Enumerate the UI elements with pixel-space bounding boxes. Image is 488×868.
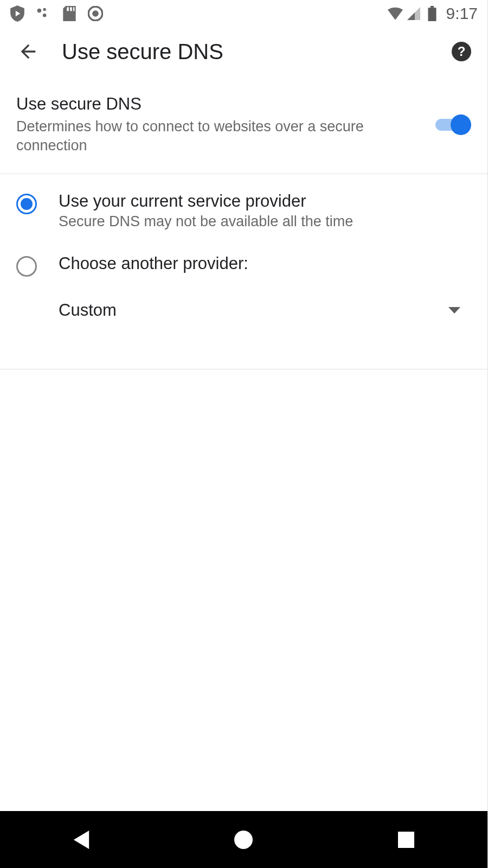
svg-point-7	[92, 10, 99, 17]
svg-point-0	[37, 9, 42, 13]
secure-dns-toggle-row: Use secure DNS Determines how to connect…	[0, 76, 487, 174]
setting-subtitle: Determines how to connect to websites ov…	[16, 117, 414, 155]
back-button[interactable]	[16, 40, 40, 63]
navigation-bar	[0, 811, 487, 868]
nav-back-button[interactable]	[68, 826, 95, 853]
signal-icon	[406, 6, 421, 21]
nav-recent-button[interactable]	[393, 826, 420, 853]
radio-current-provider[interactable]	[16, 194, 37, 214]
status-right-icons: 9:17	[388, 4, 478, 23]
battery-icon	[425, 6, 440, 21]
page-title: Use secure DNS	[62, 40, 430, 64]
svg-rect-3	[67, 7, 69, 11]
svg-rect-4	[70, 7, 72, 11]
dropdown-value: Custom	[59, 301, 117, 320]
play-protect-icon	[10, 6, 25, 21]
sd-card-icon	[62, 6, 77, 21]
svg-point-1	[43, 8, 46, 11]
provider-dropdown[interactable]: Custom	[0, 289, 487, 363]
option-current-provider[interactable]: Use your current service provider Secure…	[0, 180, 487, 242]
option-text: Choose another provider:	[59, 254, 471, 276]
svg-point-10	[234, 831, 253, 849]
svg-rect-5	[73, 7, 74, 11]
assistant-icon	[36, 6, 51, 21]
status-bar: 9:17	[0, 0, 487, 27]
wifi-icon	[388, 6, 403, 21]
nav-home-button[interactable]	[230, 826, 257, 853]
option-text: Use your current service provider Secure…	[59, 192, 471, 230]
status-left-icons	[10, 6, 103, 21]
setting-text: Use secure DNS Determines how to connect…	[16, 94, 435, 155]
option-choose-another[interactable]: Choose another provider:	[0, 242, 487, 289]
setting-title: Use secure DNS	[16, 94, 414, 114]
chevron-down-icon	[448, 307, 460, 314]
radio-inner	[21, 198, 33, 210]
status-time: 9:17	[446, 4, 478, 23]
provider-options: Use your current service provider Secure…	[0, 174, 487, 369]
radio-choose-another[interactable]	[16, 256, 37, 277]
svg-rect-11	[398, 832, 414, 848]
option-title: Use your current service provider	[59, 192, 471, 211]
option-title: Choose another provider:	[59, 254, 471, 273]
option-subtitle: Secure DNS may not be available all the …	[59, 213, 471, 230]
secure-dns-toggle[interactable]	[435, 114, 471, 136]
sync-icon	[88, 6, 103, 21]
toggle-thumb	[451, 114, 471, 135]
svg-rect-9	[428, 8, 436, 21]
svg-point-2	[43, 14, 47, 17]
svg-rect-8	[430, 6, 433, 8]
help-icon[interactable]: ?	[452, 42, 471, 61]
app-bar: Use secure DNS ?	[0, 27, 487, 76]
